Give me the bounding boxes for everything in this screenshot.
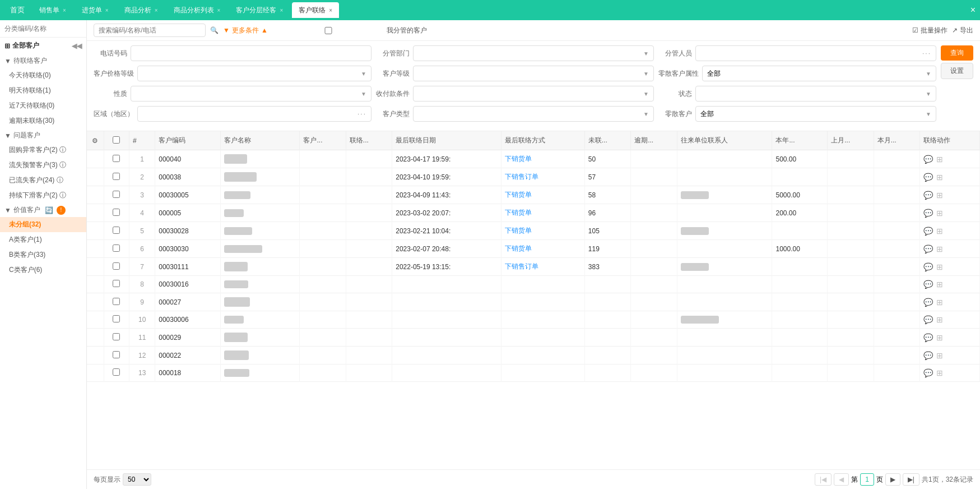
grid-action-icon[interactable]: ⊞ bbox=[936, 280, 943, 289]
row-checkbox[interactable] bbox=[113, 173, 120, 180]
all-customers-header[interactable]: ⊞ 全部客户 ◀◀ bbox=[0, 38, 86, 54]
per-page-select[interactable]: 50 100 200 bbox=[123, 473, 151, 486]
sidebar-item-tomorrow[interactable]: 明天待联络(1) bbox=[0, 83, 86, 98]
settings-column-header[interactable]: ⚙ bbox=[87, 131, 104, 150]
contact-method-link[interactable]: 下销售订单 bbox=[505, 173, 538, 181]
row-checkbox[interactable] bbox=[113, 315, 120, 322]
select-all-checkbox[interactable] bbox=[113, 136, 120, 144]
tab-customer-segment[interactable]: 客户分层经客 × bbox=[229, 2, 290, 18]
row-checkbox[interactable] bbox=[113, 333, 120, 340]
message-action-icon[interactable]: 💬 bbox=[923, 315, 933, 324]
grid-action-icon[interactable]: ⊞ bbox=[936, 298, 943, 307]
row-checkbox[interactable] bbox=[113, 209, 120, 216]
more-conditions-button[interactable]: ▼ 更多条件 ▲ bbox=[223, 26, 268, 35]
person-input[interactable]: ··· bbox=[695, 45, 936, 61]
close-icon[interactable]: × bbox=[280, 7, 283, 13]
message-action-icon[interactable]: 💬 bbox=[923, 280, 933, 289]
refresh-icon[interactable]: 🔄 bbox=[45, 206, 53, 214]
reset-button[interactable]: 设置 bbox=[941, 63, 973, 79]
message-action-icon[interactable]: 💬 bbox=[923, 245, 933, 253]
grid-action-icon[interactable]: ⊞ bbox=[936, 191, 943, 200]
close-icon[interactable]: × bbox=[105, 7, 109, 13]
grid-action-icon[interactable]: ⊞ bbox=[936, 351, 943, 360]
contact-method-link[interactable]: 下销售订单 bbox=[505, 262, 538, 270]
sidebar-item-churn-warning[interactable]: 流失预警客户(3) ⓘ bbox=[0, 158, 86, 173]
search-icon[interactable]: 🔍 bbox=[210, 26, 219, 34]
row-checkbox[interactable] bbox=[113, 245, 120, 252]
first-page-button[interactable]: |◀ bbox=[815, 473, 832, 486]
message-action-icon[interactable]: 💬 bbox=[923, 262, 933, 271]
problem-customers-group[interactable]: ▼ 问题客户 bbox=[0, 128, 86, 142]
grid-action-icon[interactable]: ⊞ bbox=[936, 209, 943, 218]
export-button[interactable]: ↗ 导出 bbox=[952, 26, 973, 35]
last-page-button[interactable]: ▶| bbox=[903, 473, 919, 486]
code-column-header[interactable]: 客户编码 bbox=[155, 131, 220, 150]
message-action-icon[interactable]: 💬 bbox=[923, 155, 933, 164]
tab-sales[interactable]: 销售单 × bbox=[32, 2, 73, 18]
sidebar-item-b-class[interactable]: B类客户(33) bbox=[0, 247, 86, 262]
close-icon[interactable]: × bbox=[329, 7, 332, 13]
message-action-icon[interactable]: 💬 bbox=[923, 173, 933, 182]
pending-contact-group[interactable]: ▼ 待联络客户 bbox=[0, 54, 86, 68]
sidebar-item-declining[interactable]: 持续下滑客户(2) ⓘ bbox=[0, 188, 86, 203]
message-action-icon[interactable]: 💬 bbox=[923, 191, 933, 200]
message-action-icon[interactable]: 💬 bbox=[923, 333, 933, 342]
grid-action-icon[interactable]: ⊞ bbox=[936, 315, 943, 324]
customer-type-select[interactable]: ▼ bbox=[413, 106, 654, 122]
contact-method-link[interactable]: 下销货单 bbox=[505, 245, 532, 252]
window-close-icon[interactable]: × bbox=[970, 5, 976, 15]
search-input[interactable] bbox=[94, 24, 206, 37]
payment-select[interactable]: ▼ bbox=[413, 86, 654, 102]
tab-purchase[interactable]: 进货单 × bbox=[75, 2, 115, 18]
close-icon[interactable]: × bbox=[63, 7, 66, 13]
sidebar-item-ungrouped[interactable]: 未分组(32) bbox=[0, 217, 86, 232]
region-input[interactable]: ··· bbox=[137, 106, 371, 122]
tab-customer-contact[interactable]: 客户联络 × bbox=[292, 2, 339, 18]
row-checkbox[interactable] bbox=[113, 368, 120, 376]
message-action-icon[interactable]: 💬 bbox=[923, 298, 933, 307]
phone-input[interactable] bbox=[131, 45, 371, 61]
contact-method-link[interactable]: 下销货单 bbox=[505, 191, 532, 199]
contact-method-link[interactable]: 下销货单 bbox=[505, 227, 532, 234]
grid-action-icon[interactable]: ⊞ bbox=[936, 227, 943, 236]
row-checkbox[interactable] bbox=[113, 298, 120, 305]
sidebar-item-churned[interactable]: 已流失客户(24) ⓘ bbox=[0, 173, 86, 188]
price-level-select[interactable]: ▼ bbox=[137, 66, 371, 81]
grid-action-icon[interactable]: ⊞ bbox=[936, 155, 943, 164]
grid-action-icon[interactable]: ⊞ bbox=[936, 245, 943, 253]
dept-select[interactable]: ▼ bbox=[413, 45, 654, 61]
grid-action-icon[interactable]: ⊞ bbox=[936, 333, 943, 342]
sidebar-item-7days[interactable]: 近7天待联络(0) bbox=[0, 98, 86, 113]
status-select[interactable]: ▼ bbox=[695, 86, 936, 102]
next-page-button[interactable]: ▶ bbox=[885, 473, 900, 486]
nav-home[interactable]: 首页 bbox=[4, 5, 30, 15]
customer-level-select[interactable]: ▼ bbox=[413, 66, 654, 81]
row-checkbox[interactable] bbox=[113, 155, 120, 162]
sidebar-item-a-class[interactable]: A类客户(1) bbox=[0, 232, 86, 247]
retail-customer-select[interactable]: 全部▼ bbox=[695, 106, 936, 122]
message-action-icon[interactable]: 💬 bbox=[923, 209, 933, 218]
grid-action-icon[interactable]: ⊞ bbox=[936, 262, 943, 271]
row-checkbox[interactable] bbox=[113, 191, 120, 198]
close-icon[interactable]: × bbox=[217, 7, 221, 13]
grid-action-icon[interactable]: ⊞ bbox=[936, 173, 943, 182]
my-customers-checkbox[interactable] bbox=[272, 27, 384, 34]
tab-product-list[interactable]: 商品分析列表 × bbox=[167, 2, 227, 18]
row-checkbox[interactable] bbox=[113, 280, 120, 287]
retail-attr-select[interactable]: 全部▼ bbox=[702, 66, 936, 81]
value-customers-group[interactable]: ▼ 价值客户 🔄 ! bbox=[0, 203, 86, 217]
sidebar-item-overdue[interactable]: 逾期未联络(30) bbox=[0, 113, 86, 128]
name-column-header[interactable]: 客户名称 bbox=[220, 131, 300, 150]
batch-op-button[interactable]: ☑ 批量操作 bbox=[912, 26, 948, 35]
query-button[interactable]: 查询 bbox=[941, 45, 973, 61]
sidebar-item-today[interactable]: 今天待联络(0) bbox=[0, 68, 86, 83]
prev-page-button[interactable]: ◀ bbox=[834, 473, 849, 486]
message-action-icon[interactable]: 💬 bbox=[923, 351, 933, 360]
message-action-icon[interactable]: 💬 bbox=[923, 227, 933, 236]
contact-method-link[interactable]: 下销货单 bbox=[505, 155, 532, 163]
grid-action-icon[interactable]: ⊞ bbox=[936, 368, 943, 377]
tab-product-analysis[interactable]: 商品分析 × bbox=[118, 2, 165, 18]
contact-method-link[interactable]: 下销货单 bbox=[505, 209, 532, 216]
row-checkbox[interactable] bbox=[113, 262, 120, 270]
sidebar-item-c-class[interactable]: C类客户(6) bbox=[0, 262, 86, 278]
